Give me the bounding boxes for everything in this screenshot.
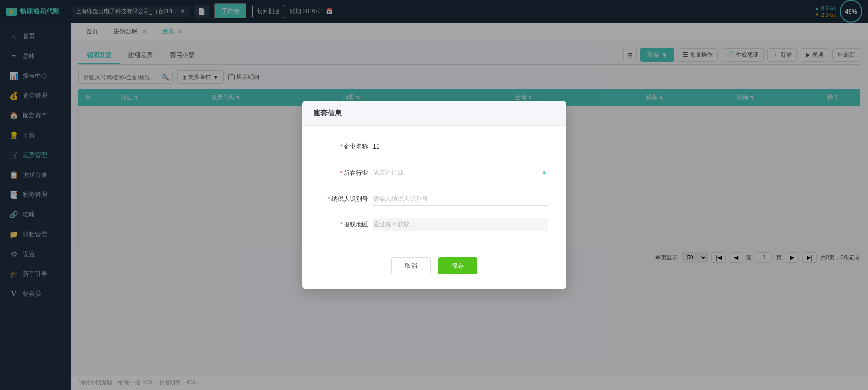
form-row-tax-region: *报税地区: [321, 218, 548, 231]
cancel-button[interactable]: 取消: [391, 257, 431, 274]
tax-region-label: *报税地区: [321, 220, 373, 229]
tax-id-input[interactable]: [373, 192, 548, 206]
save-button[interactable]: 保存: [438, 257, 477, 274]
form-row-tax-id: *纳税人识别号: [321, 192, 548, 206]
form-row-company: *企业名称: [321, 140, 548, 153]
industry-label: *所在行业: [321, 169, 373, 177]
modal-overlay[interactable]: 账套信息 *企业名称 *所在行业 请选择行业 ▼: [0, 0, 868, 390]
industry-placeholder: 请选择行业: [373, 168, 404, 177]
tax-region-input: [373, 218, 548, 231]
industry-dropdown-icon: ▼: [541, 169, 548, 176]
tax-id-label: *纳税人识别号: [321, 195, 373, 203]
account-info-modal: 账套信息 *企业名称 *所在行业 请选择行业 ▼: [302, 101, 566, 289]
modal-title: 账套信息: [302, 101, 566, 126]
form-row-industry: *所在行业 请选择行业 ▼: [321, 166, 548, 180]
modal-body: *企业名称 *所在行业 请选择行业 ▼ *纳税人识别号: [302, 126, 566, 253]
industry-select[interactable]: 请选择行业 ▼: [373, 166, 548, 180]
modal-footer: 取消 保存: [302, 253, 566, 274]
company-name-label: *企业名称: [321, 142, 373, 151]
company-name-input[interactable]: [373, 140, 548, 153]
